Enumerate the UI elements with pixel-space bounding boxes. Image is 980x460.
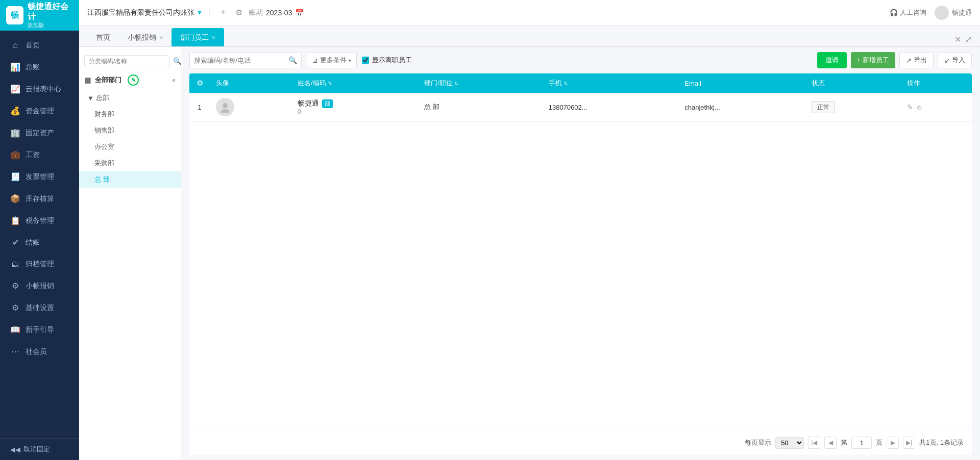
sidebar-item-home[interactable]: ⌂ 首页 — [0, 35, 79, 56]
filter-icon: ⊿ — [312, 57, 318, 64]
sidebar-item-payroll[interactable]: 💼 工资 — [0, 144, 79, 166]
col-phone[interactable]: 手机 ⇅ — [543, 73, 679, 93]
sidebar-item-label-funds: 资金管理 — [26, 107, 54, 116]
col-name-code[interactable]: 姓名/编码 ⇅ — [291, 73, 418, 93]
dept-item-office[interactable]: 办公室 — [79, 139, 181, 155]
tab-department[interactable]: 部门员工 × — [172, 28, 224, 46]
table-settings-icon[interactable]: ⚙ — [197, 79, 203, 87]
topbar-settings-icon[interactable]: ⚙ — [235, 8, 242, 17]
add-employee-button[interactable]: + 新增员工 — [851, 52, 895, 68]
period-label: 账期 — [249, 8, 263, 17]
sort-dept-icon: ⇅ — [454, 81, 458, 86]
next-page-button[interactable]: ▶ — [887, 437, 899, 449]
dept-item-purchase[interactable]: 采购部 — [79, 155, 181, 171]
dept-parent-arrow: ▼ — [87, 94, 94, 102]
action-icons: ✎ ⎋ — [907, 103, 966, 111]
funds-icon: 💰 — [10, 106, 20, 116]
sidebar-item-archive[interactable]: 🗂 归档管理 — [0, 253, 79, 275]
delete-employee-icon[interactable]: ⎋ — [917, 103, 921, 111]
sidebar-item-label-invoice: 发票管理 — [26, 172, 54, 182]
invite-button[interactable]: 邀请 — [817, 52, 847, 68]
dept-item-general[interactable]: 总 部 — [79, 171, 181, 188]
employee-search-input[interactable] — [194, 57, 285, 64]
support-button[interactable]: 🎧 人工咨询 — [890, 8, 926, 17]
col-dept-position[interactable]: 部门/职位 ⇅ — [418, 73, 542, 93]
tab-department-close[interactable]: × — [212, 34, 215, 41]
sidebar-item-more[interactable]: ⋯ 社会员 — [0, 341, 79, 363]
show-resigned-checkbox[interactable] — [362, 57, 369, 64]
more-icon: ⋯ — [10, 347, 20, 356]
sidebar-item-inventory[interactable]: 📦 库存核算 — [0, 188, 79, 210]
dept-parent-general[interactable]: ▼ 总部 — [79, 90, 181, 106]
close-all-tabs-icon[interactable]: ✕ — [954, 35, 961, 44]
table-row: 1 — [189, 93, 972, 122]
col-status: 状态 — [805, 73, 901, 93]
sort-phone-icon: ⇅ — [564, 81, 568, 86]
import-button[interactable]: ↙ 导入 — [938, 52, 972, 68]
filter-button[interactable]: ⊿ 更多条件 ▾ — [307, 52, 357, 68]
import-icon: ↙ — [944, 57, 950, 64]
sidebar-item-label-assets: 固定资产 — [26, 129, 54, 138]
sidebar-item-guide[interactable]: 📖 新手引导 — [0, 319, 79, 341]
expand-icon[interactable]: ⤢ — [965, 35, 972, 44]
company-selector[interactable]: 江西服宝精品有限责任公司内账张 ▼ — [87, 8, 203, 17]
last-page-button[interactable]: ▶| — [903, 437, 915, 449]
export-label: 导出 — [914, 56, 927, 65]
table-empty-space — [189, 122, 972, 430]
sidebar-item-settings[interactable]: ⚙ 基础设置 — [0, 297, 79, 319]
calendar-icon[interactable]: 📅 — [295, 9, 304, 17]
sidebar-item-funds[interactable]: 💰 资金管理 — [0, 100, 79, 122]
export-button[interactable]: ↗ 导出 — [899, 52, 934, 68]
prev-page-button[interactable]: ◀ — [824, 437, 837, 449]
tab-home[interactable]: 首页 — [87, 28, 119, 46]
sidebar-item-invoice[interactable]: 🧾 发票管理 — [0, 166, 79, 188]
company-dropdown-icon: ▼ — [197, 9, 203, 16]
edit-employee-icon[interactable]: ✎ — [907, 103, 913, 111]
cell-phone: 138070602... — [543, 93, 679, 122]
unpin-icon: ◀◀ — [10, 446, 20, 453]
collapse-panel-button[interactable]: « — [172, 76, 176, 84]
tab-expense[interactable]: 小畅报销 × — [119, 28, 172, 46]
user-menu[interactable]: 畅捷通 — [935, 6, 972, 20]
page-suffix: 页 — [876, 438, 883, 447]
headset-icon: 🎧 — [890, 9, 898, 16]
dept-item-finance[interactable]: 财务部 — [79, 106, 181, 122]
per-page-select[interactable]: 20 50 100 — [775, 437, 804, 449]
invoice-icon: 🧾 — [10, 172, 20, 182]
col-email: Email — [678, 73, 805, 93]
sidebar-item-checkout[interactable]: ✔ 结账 — [0, 232, 79, 253]
sidebar-item-tax[interactable]: 📋 税务管理 — [0, 210, 79, 232]
tab-department-label: 部门员工 — [180, 33, 209, 42]
tab-home-label: 首页 — [96, 33, 110, 42]
dept-item-general-label: 总 部 — [94, 175, 110, 184]
dept-search-icon[interactable]: 🔍 — [173, 57, 181, 65]
first-page-button[interactable]: |◀ — [808, 437, 820, 449]
content-area: 🔍 ▦ 全部部门 ✎ « ▼ 总部 财务部 销售部 — [79, 47, 980, 460]
employee-code: 0 — [298, 108, 412, 115]
sidebar-item-label-archive: 归档管理 — [26, 260, 54, 269]
dept-item-sales[interactable]: 销售部 — [79, 122, 181, 139]
employee-toolbar: 🔍 ⊿ 更多条件 ▾ 显示离职员工 邀请 + 新增员工 ↗ 导出 — [189, 52, 972, 68]
show-resigned-checkbox-label[interactable]: 显示离职员工 — [362, 56, 412, 65]
sidebar-item-reports[interactable]: 📈 云报表中心 — [0, 78, 79, 100]
sidebar-item-assets[interactable]: 🏢 固定资产 — [0, 122, 79, 144]
show-resigned-label: 显示离职员工 — [372, 56, 412, 65]
all-dept-label: 全部部门 — [95, 75, 121, 85]
tab-expense-close[interactable]: × — [159, 34, 163, 41]
col-settings: ⚙ — [189, 73, 210, 93]
page-input[interactable] — [851, 437, 872, 449]
tabs-bar: 首页 小畅报销 × 部门员工 × ✕ ⤢ — [79, 25, 980, 47]
topbar-period: 账期 2023-03 📅 — [249, 8, 304, 17]
sidebar-item-ledger[interactable]: 📊 总账 — [0, 56, 79, 78]
employee-search-icon[interactable]: 🔍 — [288, 56, 297, 64]
edit-dept-button[interactable]: ✎ — [128, 74, 139, 86]
dept-grid-icon: ▦ — [84, 76, 91, 84]
cell-actions: ✎ ⎋ — [901, 93, 972, 122]
payroll-icon: 💼 — [10, 150, 20, 160]
all-dept-header[interactable]: ▦ 全部部门 ✎ « — [79, 70, 181, 90]
sidebar-unpin[interactable]: ◀◀ 取消固定 — [0, 438, 79, 460]
add-account-button[interactable]: + — [217, 7, 229, 19]
sidebar-item-expense[interactable]: ⚙ 小畅报销 — [0, 275, 79, 297]
dept-search-input[interactable] — [84, 55, 170, 67]
sidebar-item-label-guide: 新手引导 — [26, 325, 54, 335]
